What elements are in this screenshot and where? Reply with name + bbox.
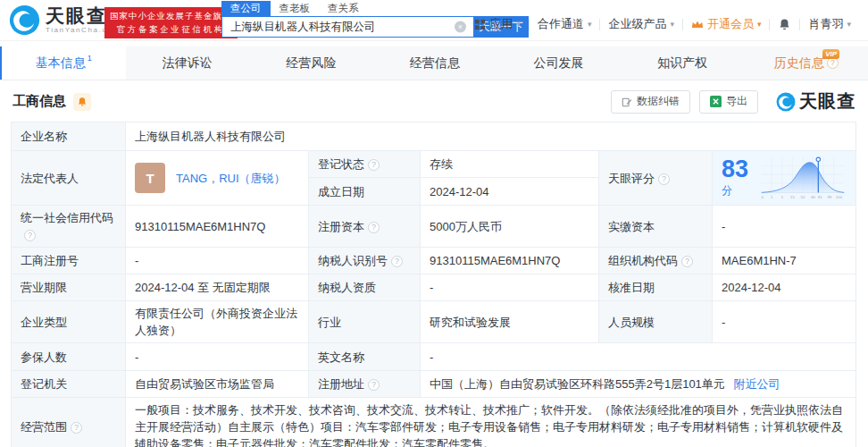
label-company-name: 企业名称 [12,122,126,151]
tianyancha-logo-icon [776,92,796,112]
value-business-scope: 一般项目：技术服务、技术开发、技术咨询、技术交流、技术转让、技术推广；软件开发。… [126,398,856,447]
export-label: 导出 [726,94,747,109]
tab-operation-risk[interactable]: 经营风险 [249,46,373,80]
help-icon[interactable] [71,422,82,434]
value-reg-number: - [126,248,309,274]
value-credit-code: 91310115MAE6M1HN7Q [126,206,309,248]
label-reg-number: 工商注册号 [12,248,126,274]
tab-operation-risk-label: 经营风险 [286,55,336,72]
user-menu[interactable]: 肖青羽 [800,16,859,32]
label-registered-address: 注册地址 [309,371,421,398]
label-text: 登记状态 [318,157,364,171]
svg-text:80: 80 [811,195,815,199]
bell-icon [77,97,88,107]
tab-company-development[interactable]: 公司发展 [497,46,621,80]
badge-line1: 国家中小企业发展子基金旗下 [110,10,232,23]
help-icon[interactable] [681,256,693,267]
crown-icon [691,20,704,30]
label-english-name: 英文名称 [309,343,421,371]
label-text: 纳税人识别号 [318,254,388,267]
label-tyc-score: 天眼评分 [599,151,713,206]
tab-intellectual-property[interactable]: 知识产权 [621,46,745,80]
value-company-name: 上海纵目机器人科技有限公司 [126,122,856,151]
search-tab-company[interactable]: 查公司 [221,1,271,16]
edit-icon [622,97,632,107]
tab-basic-info-label: 基本信息 [36,55,86,72]
tab-legal-litigation[interactable]: 法律诉讼 [126,46,250,80]
label-text: 参保人数 [21,350,67,364]
value-insured-count: - [126,343,309,371]
score-marker-pin [816,157,820,161]
value-business-term: 2024-12-04 至 无固定期限 [126,274,309,301]
menu-cooperation[interactable]: 合作通道 [530,16,600,32]
label-insured-count: 参保人数 [12,343,126,371]
clear-search-icon[interactable] [455,21,466,33]
tianyancha-logo[interactable]: 天眼查 TianYanCha.com [9,4,120,36]
label-registered-capital: 注册资本 [309,206,421,248]
label-text: 经营范围 [21,420,67,434]
label-business-scope: 经营范围 [12,398,126,447]
menu-apps[interactable]: 应用 [466,16,529,32]
export-button[interactable]: 导出 [699,90,758,114]
label-company-type: 企业类型 [12,301,126,343]
label-text: 行业 [318,316,341,329]
section-title: 工商信息 [13,93,66,110]
watermark-text: 天眼查 [799,89,855,114]
search-tab-relation[interactable]: 查关系 [319,1,368,16]
top-menu: 应用 合作通道 企业级产品 开通会员 [466,13,859,35]
label-text: 企业名称 [21,130,67,143]
value-industry: 研究和试验发展 [421,301,599,343]
value-taxpayer-id: 91310115MAE6M1HN7Q [421,248,599,274]
tab-business-info-label: 经营信息 [410,55,460,72]
tab-basic-info-count: 1 [88,54,92,63]
score-value: 83分 [722,157,755,199]
legal-rep-link[interactable]: TANG，RUI（唐锐） [176,170,286,187]
tab-history-info[interactable]: VIP 历史信息 [744,46,868,80]
tab-business-info[interactable]: 经营信息 [373,46,497,80]
label-registration-authority: 登记机关 [12,371,126,398]
value-reg-status: 存续 [421,151,599,178]
label-text: 纳税人资质 [318,281,376,294]
tianyancha-watermark: 天眼查 [776,89,855,114]
value-org-code: MAE6M1HN-7 [713,248,856,274]
nearby-companies-link[interactable]: 附近公司 [733,377,780,391]
label-text: 注册资本 [318,220,364,233]
top-header: 天眼查 TianYanCha.com 国家中小企业发展子基金旗下 官方备案企业征… [0,0,868,41]
menu-open-vip[interactable]: 开通会员 [683,16,770,32]
svg-text:1: 1 [771,195,773,199]
search-tab-boss[interactable]: 查老板 [271,1,320,16]
notification-bell[interactable] [770,18,799,31]
label-text: 实缴资本 [608,220,655,233]
data-correction-button[interactable]: 数据纠错 [611,90,690,114]
help-icon[interactable] [368,222,380,233]
tab-intellectual-property-label: 知识产权 [657,55,707,72]
menu-cooperation-label: 合作通道 [538,16,584,32]
help-icon[interactable] [391,256,403,267]
label-reg-status: 登记状态 [309,151,421,178]
value-registered-capital: 5000万人民币 [421,206,599,248]
svg-text:100: 100 [836,195,843,199]
help-icon[interactable] [368,159,380,171]
legal-rep-avatar[interactable]: T [135,163,165,193]
menu-apps-label: 应用 [489,16,513,32]
score-distribution-chart: 0 1 5 15 50 80 91 99 100 [759,155,847,201]
menu-enterprise-products[interactable]: 企业级产品 [600,16,682,32]
tab-basic-info[interactable]: 基本信息 1 [0,46,126,80]
label-text: 登记机关 [21,377,67,391]
help-icon[interactable] [368,379,380,391]
tab-history-info-label: 历史信息 [774,55,824,72]
tyc-score-cell[interactable]: 83分 [713,151,856,206]
value-approval-date: 2024-12-04 [713,274,856,301]
label-text: 人员规模 [608,316,655,329]
address-text: 中国（上海）自由贸易试验区环科路555弄2号1层101单元 [430,377,725,391]
value-establish-date: 2024-12-04 [421,178,599,206]
search-input[interactable] [221,16,473,38]
tianyancha-logo-icon [9,4,40,36]
help-icon[interactable] [24,230,36,241]
chevron-down-icon [516,20,521,29]
subscribe-bell[interactable] [73,93,91,111]
help-icon[interactable] [658,173,670,185]
label-taxpayer-id: 纳税人识别号 [309,248,421,274]
label-text: 注册地址 [318,377,364,391]
username: 肖青羽 [808,16,843,32]
